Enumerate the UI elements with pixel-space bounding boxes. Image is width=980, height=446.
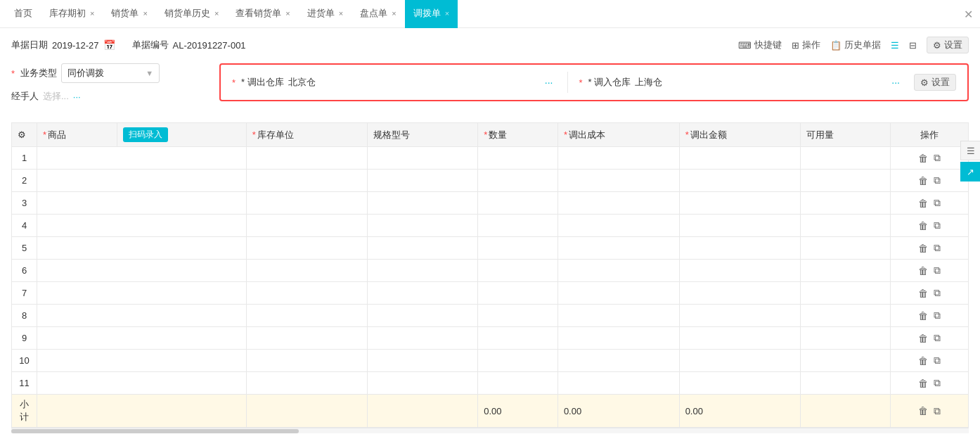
quantity-cell[interactable]: [478, 282, 558, 305]
cost-cell[interactable]: [557, 350, 679, 372]
available-cell[interactable]: [801, 192, 890, 215]
copy-icon[interactable]: ⧉: [934, 174, 941, 186]
layout-list-btn[interactable]: ☰: [891, 40, 899, 51]
tab-close-sales-order[interactable]: ×: [143, 9, 147, 18]
spec-cell[interactable]: [368, 237, 478, 260]
tab-close-transfer[interactable]: ×: [445, 9, 449, 18]
delete-icon[interactable]: 🗑: [918, 288, 928, 299]
unit-cell[interactable]: [246, 282, 368, 305]
delete-icon[interactable]: 🗑: [918, 153, 928, 164]
quantity-cell[interactable]: [478, 237, 558, 260]
cost-cell[interactable]: [557, 237, 679, 260]
product-cell[interactable]: [37, 170, 247, 192]
delete-icon[interactable]: 🗑: [918, 198, 928, 209]
subtotal-delete-icon[interactable]: 🗑: [918, 405, 928, 416]
unit-cell[interactable]: [246, 260, 368, 282]
amount-cell[interactable]: [679, 147, 801, 170]
available-cell[interactable]: [801, 170, 890, 192]
tab-sales-order[interactable]: 销货单 ×: [103, 0, 155, 28]
amount-cell[interactable]: [679, 282, 801, 305]
delete-icon[interactable]: 🗑: [918, 175, 928, 186]
product-cell[interactable]: [37, 260, 247, 282]
tab-close-purchase[interactable]: ×: [339, 9, 343, 18]
copy-icon[interactable]: ⧉: [934, 355, 941, 367]
copy-icon[interactable]: ⧉: [934, 332, 941, 344]
tab-close-inventory-init[interactable]: ×: [90, 9, 94, 18]
delete-icon[interactable]: 🗑: [918, 355, 928, 367]
product-cell[interactable]: [37, 282, 247, 305]
unit-cell[interactable]: [246, 327, 368, 350]
tab-sales-history[interactable]: 销货单历史 ×: [156, 0, 227, 28]
copy-icon[interactable]: ⧉: [934, 310, 941, 321]
tab-close-sales-history[interactable]: ×: [214, 9, 219, 18]
copy-icon[interactable]: ⧉: [934, 287, 941, 299]
tab-close-view-sales[interactable]: ×: [285, 9, 290, 18]
spec-cell[interactable]: [368, 170, 478, 192]
available-cell[interactable]: [801, 260, 890, 282]
subtotal-copy-icon[interactable]: ⧉: [934, 405, 941, 417]
product-cell[interactable]: [37, 327, 247, 350]
amount-cell[interactable]: [679, 305, 801, 327]
product-cell[interactable]: [37, 192, 247, 215]
unit-cell[interactable]: [246, 237, 368, 260]
spec-cell[interactable]: [368, 282, 478, 305]
spec-cell[interactable]: [368, 147, 478, 170]
right-panel-export-btn[interactable]: ↗: [960, 162, 980, 181]
product-cell[interactable]: [37, 372, 247, 395]
spec-cell[interactable]: [368, 327, 478, 350]
product-cell[interactable]: [37, 350, 247, 372]
warehouse-in-value[interactable]: 上海仓: [635, 76, 662, 89]
settings-button[interactable]: ⚙ 设置: [927, 37, 969, 53]
tab-bar-close-icon[interactable]: ✕: [964, 7, 973, 20]
unit-cell[interactable]: [246, 170, 368, 192]
col-settings[interactable]: ⚙: [12, 123, 37, 147]
quantity-cell[interactable]: [478, 350, 558, 372]
warehouse-settings-btn[interactable]: ⚙ 设置: [914, 74, 956, 91]
cost-cell[interactable]: [557, 147, 679, 170]
delete-icon[interactable]: 🗑: [918, 310, 928, 321]
cost-cell[interactable]: [557, 372, 679, 395]
available-cell[interactable]: [801, 237, 890, 260]
available-cell[interactable]: [801, 305, 890, 327]
tab-inventory-init[interactable]: 库存期初 ×: [41, 0, 103, 28]
quantity-cell[interactable]: [478, 260, 558, 282]
unit-cell[interactable]: [246, 147, 368, 170]
copy-icon[interactable]: ⧉: [934, 152, 941, 164]
shortcut-btn[interactable]: ⌨ 快捷键: [738, 39, 782, 51]
copy-icon[interactable]: ⧉: [934, 265, 941, 276]
delete-icon[interactable]: 🗑: [918, 378, 928, 389]
scan-entry-btn[interactable]: 扫码录入: [123, 127, 168, 142]
unit-cell[interactable]: [246, 372, 368, 395]
amount-cell[interactable]: [679, 192, 801, 215]
unit-cell[interactable]: [246, 305, 368, 327]
quantity-cell[interactable]: [478, 372, 558, 395]
quantity-cell[interactable]: [478, 305, 558, 327]
copy-icon[interactable]: ⧉: [934, 197, 941, 209]
delete-icon[interactable]: 🗑: [918, 265, 928, 276]
layout-grid-btn[interactable]: ⊟: [909, 40, 917, 51]
quantity-cell[interactable]: [478, 192, 558, 215]
operation-btn[interactable]: ⊞ 操作: [792, 39, 820, 51]
right-panel-list-btn[interactable]: ☰: [960, 141, 980, 160]
quantity-cell[interactable]: [478, 215, 558, 237]
spec-cell[interactable]: [368, 192, 478, 215]
quantity-cell[interactable]: [478, 147, 558, 170]
cost-cell[interactable]: [557, 327, 679, 350]
history-btn[interactable]: 📋 历史单据: [830, 39, 881, 51]
copy-icon[interactable]: ⧉: [934, 242, 941, 254]
amount-cell[interactable]: [679, 170, 801, 192]
table-gear-icon[interactable]: ⚙: [18, 129, 26, 140]
business-type-select[interactable]: 同价调拨 ▼: [61, 63, 160, 83]
amount-cell[interactable]: [679, 327, 801, 350]
available-cell[interactable]: [801, 350, 890, 372]
available-cell[interactable]: [801, 147, 890, 170]
horizontal-scrollbar[interactable]: [11, 428, 969, 433]
delete-icon[interactable]: 🗑: [918, 243, 928, 254]
person-select[interactable]: 选择...: [43, 90, 69, 103]
unit-cell[interactable]: [246, 215, 368, 237]
delete-icon[interactable]: 🗑: [918, 220, 928, 231]
quantity-cell[interactable]: [478, 327, 558, 350]
warehouse-out-value[interactable]: 北京仓: [288, 76, 316, 89]
spec-cell[interactable]: [368, 305, 478, 327]
available-cell[interactable]: [801, 372, 890, 395]
